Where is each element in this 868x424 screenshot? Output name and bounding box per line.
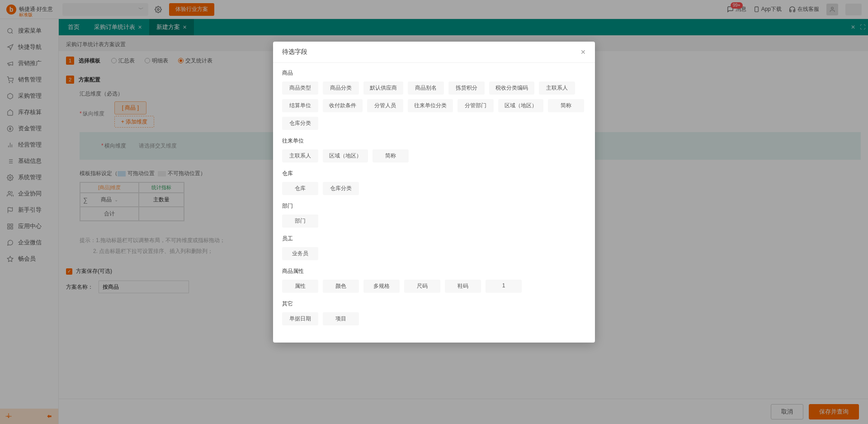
- field-group: 员工业务员: [282, 235, 586, 260]
- field-chip[interactable]: 税收分类编码: [489, 81, 534, 95]
- field-chip[interactable]: 单据日期: [282, 312, 318, 325]
- field-chip[interactable]: 收付款条件: [323, 99, 363, 112]
- field-chip[interactable]: 主联系人: [539, 81, 575, 95]
- modal-close-icon[interactable]: ✕: [580, 48, 586, 56]
- field-group: 其它单据日期项目: [282, 300, 586, 325]
- field-chip[interactable]: 商品别名: [408, 81, 444, 95]
- field-chip[interactable]: 商品分类: [323, 81, 359, 95]
- field-chip[interactable]: 主联系人: [282, 149, 318, 162]
- field-group-title: 商品: [282, 69, 586, 77]
- field-chip[interactable]: 仓库分类: [323, 182, 359, 195]
- field-chip[interactable]: 多规格: [363, 280, 400, 293]
- modal-body: 商品商品类型商品分类默认供应商商品别名拣货积分税收分类编码主联系人结算单位收付款…: [273, 63, 595, 343]
- field-chip[interactable]: 往来单位分类: [408, 99, 453, 112]
- field-chip[interactable]: 项目: [323, 312, 359, 325]
- field-chip[interactable]: 鞋码: [445, 280, 481, 293]
- field-group-title: 仓库: [282, 170, 586, 177]
- field-group: 往来单位主联系人区域（地区）简称: [282, 137, 586, 162]
- field-group-title: 商品属性: [282, 267, 586, 275]
- field-chip[interactable]: 颜色: [323, 280, 359, 293]
- field-chips-row: 主联系人区域（地区）简称: [282, 149, 586, 162]
- field-group: 商品属性属性颜色多规格尺码鞋码1: [282, 267, 586, 293]
- field-group: 仓库仓库仓库分类: [282, 170, 586, 195]
- field-chip[interactable]: 仓库分类: [282, 117, 318, 130]
- field-chip[interactable]: 商品类型: [282, 81, 318, 95]
- field-chip[interactable]: 部门: [282, 214, 318, 228]
- modal-header: 待选字段 ✕: [273, 42, 595, 63]
- field-chip[interactable]: 区域（地区）: [498, 99, 543, 112]
- field-group: 商品商品类型商品分类默认供应商商品别名拣货积分税收分类编码主联系人结算单位收付款…: [282, 69, 586, 130]
- field-chip[interactable]: 尺码: [404, 280, 440, 293]
- field-chip[interactable]: 仓库: [282, 182, 318, 195]
- field-chips-row: 属性颜色多规格尺码鞋码1: [282, 280, 586, 293]
- field-chips-row: 单据日期项目: [282, 312, 586, 325]
- field-chip[interactable]: 分管部门: [458, 99, 494, 112]
- field-chip[interactable]: 业务员: [282, 247, 318, 260]
- field-chip[interactable]: 简称: [548, 99, 584, 112]
- field-group: 部门部门: [282, 202, 586, 228]
- field-chips-row: 业务员: [282, 247, 586, 260]
- field-chips-row: 商品类型商品分类默认供应商商品别名拣货积分税收分类编码主联系人结算单位收付款条件…: [282, 81, 586, 130]
- field-chip[interactable]: 属性: [282, 280, 318, 293]
- field-chips-row: 部门: [282, 214, 586, 228]
- field-group-title: 其它: [282, 300, 586, 308]
- field-chips-row: 仓库仓库分类: [282, 182, 586, 195]
- field-group-title: 部门: [282, 202, 586, 210]
- field-chip[interactable]: 简称: [373, 149, 409, 162]
- field-chip[interactable]: 1: [486, 280, 522, 293]
- modal-title: 待选字段: [282, 48, 307, 56]
- field-chip[interactable]: 分管人员: [367, 99, 403, 112]
- field-chip[interactable]: 拣货积分: [448, 81, 485, 95]
- field-group-title: 往来单位: [282, 137, 586, 145]
- field-chip[interactable]: 默认供应商: [363, 81, 403, 95]
- field-group-title: 员工: [282, 235, 586, 243]
- field-picker-modal: 待选字段 ✕ 商品商品类型商品分类默认供应商商品别名拣货积分税收分类编码主联系人…: [273, 42, 595, 343]
- field-chip[interactable]: 区域（地区）: [323, 149, 368, 162]
- field-chip[interactable]: 结算单位: [282, 99, 318, 112]
